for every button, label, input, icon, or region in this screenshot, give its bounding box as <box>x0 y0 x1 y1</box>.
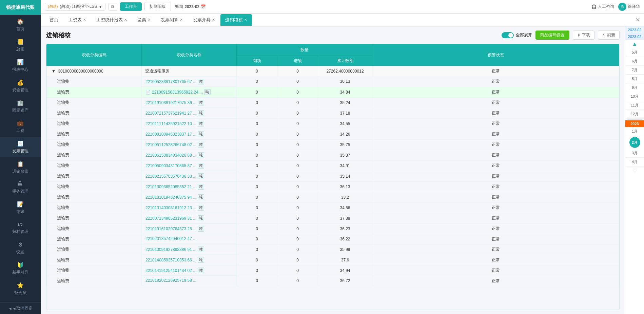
calendar-month-11[interactable]: 11月 <box>625 101 644 110</box>
cell-item-name: 运输费 <box>47 139 142 150</box>
invoice-link[interactable]: 221014191254101434 02 ... <box>145 268 196 273</box>
user-info[interactable]: 徐 徐泽华 <box>618 3 640 11</box>
calendar-year-2022[interactable]: 2023.02 <box>625 26 644 33</box>
sidebar-item-general-ledger[interactable]: 📒 总账 <box>0 35 41 56</box>
cell-leiji: 34.94 <box>318 265 372 276</box>
main-table: 税收分类编码 税收分类名称 数量 预警状态 销项 进项 累计数额 <box>46 44 619 286</box>
calendar-month-7[interactable]: 7月 <box>625 66 644 75</box>
support-link[interactable]: 🎧 人工咨询 <box>591 4 614 9</box>
cell-status: 正常 <box>372 255 619 265</box>
tab-close-icon[interactable]: ✕ <box>180 18 183 22</box>
unit-tag: 吨 <box>198 205 204 211</box>
tab-close-icon[interactable]: ✕ <box>148 18 151 22</box>
invoice-link[interactable]: 221010091927898386 91 ... <box>145 247 196 252</box>
switch-version-button[interactable]: 切到旧版 <box>144 2 171 11</box>
invoice-link[interactable]: 221013093652085352 21 ... <box>145 184 196 189</box>
table-row: ▼ 30100000000000000000 交通运输服务 0 0 27262.… <box>47 66 619 76</box>
invoice-link[interactable]: 221019103619217075 36 ... <box>145 100 196 105</box>
sidebar-item-salary[interactable]: 💼 工资 <box>0 117 41 137</box>
invoice-link[interactable]: 221009150313965922 24 ... <box>152 90 203 95</box>
sidebar-item-settings[interactable]: ⚙ 设置 <box>0 238 41 258</box>
calendar-month-8[interactable]: 8月 <box>625 75 644 83</box>
calendar-year-current[interactable]: 2023 <box>625 120 644 127</box>
tab-close-icon[interactable]: ✕ <box>124 18 127 22</box>
calendar-month-3[interactable]: 3月 <box>625 149 644 158</box>
invoice-link[interactable]: 221019161029764373 25 ... <box>145 227 196 231</box>
calendar-month-9[interactable]: 9月 <box>625 83 644 92</box>
tab-invoice-issue[interactable]: 发票开具 ✕ <box>188 14 220 26</box>
expand-toggle[interactable] <box>502 32 514 38</box>
company-selector[interactable]: (勿动) (勿动) 江西报宝-LSS ▼ <box>45 3 105 11</box>
calendar-up-nav[interactable]: ▲ <box>631 40 639 48</box>
cell-item-name: 运输费 <box>47 118 142 129</box>
invoice-link[interactable]: 221005112528266748 02 ... <box>145 142 196 147</box>
invoice-link[interactable]: 221006150834034026 88 ... <box>145 153 196 158</box>
tab-purchase-sales-check-label: 进销稽核 <box>225 17 243 23</box>
sidebar-item-report-center[interactable]: 📊 报表中心 <box>0 56 41 76</box>
unpin-icon: ◄◄ <box>8 306 16 311</box>
tab-home[interactable]: 首页 <box>45 14 63 26</box>
calendar-month-2-active[interactable]: 2月 <box>629 137 640 148</box>
invoice-link[interactable]: 221013140308161912 23 ... <box>145 205 196 210</box>
workspace-button[interactable]: 工作台 <box>120 2 142 11</box>
col-leiji-header: 累计数额 <box>318 56 372 66</box>
sidebar-item-purchase-sales[interactable]: 📋 进销台账 <box>0 157 41 178</box>
invoice-link[interactable]: 221011111435921522 10 ... <box>145 121 196 126</box>
copy-button[interactable]: ⧉ <box>108 3 117 11</box>
sidebar-item-vip[interactable]: ⭐ 畅会员 <box>0 279 41 299</box>
invoice-link[interactable]: 221018202126925719 58 ... <box>145 278 196 283</box>
invoice-link[interactable]: 221005233817801765 67 ... <box>145 79 196 84</box>
company-tag: (勿动) <box>48 4 58 9</box>
invoice-link[interactable]: 221005090343170865 87 ... <box>145 163 196 168</box>
table-row: 运输费 221005112528266748 02 ... 吨 0 0 35.7… <box>47 139 619 150</box>
calendar-icon[interactable]: 📅 <box>201 4 206 9</box>
cell-leiji: 36.72 <box>318 276 372 286</box>
calendar-month-4[interactable]: 4月 <box>625 158 644 166</box>
invoice-link[interactable]: 221020135742940012 47 ... <box>145 236 196 241</box>
cell-status: 正常 <box>372 118 619 129</box>
calendar-month-12[interactable]: 12月 <box>625 110 644 119</box>
tab-invoice-calc[interactable]: 发票测算 ✕ <box>156 14 188 26</box>
main-area: (勿动) (勿动) 江西报宝-LSS ▼ ⧉ 工作台 切到旧版 账期 2023-… <box>41 0 644 314</box>
cell-jin: 0 <box>277 139 318 150</box>
unit-tag: 吨 <box>198 247 204 252</box>
tab-invoice[interactable]: 发票 ✕ <box>133 14 155 26</box>
calendar-month-5[interactable]: 5月 <box>625 48 644 57</box>
invoice-link[interactable]: 221008100945323037 17 ... <box>145 132 196 137</box>
invoice-link[interactable]: 221002155703576436 33 ... <box>145 174 196 179</box>
cell-name: 交通运输服务 <box>142 66 237 76</box>
app-logo: 畅捷通易代账 <box>0 0 41 15</box>
sidebar-item-settlement[interactable]: 📝 结账 <box>0 198 41 218</box>
tab-purchase-sales-check[interactable]: 进销稽核 ✕ <box>220 14 252 26</box>
sidebar-item-fixed-assets[interactable]: 🏢 固定资产 <box>0 96 41 117</box>
tab-salary-table[interactable]: 工资表 ✕ <box>64 14 91 26</box>
sidebar-item-archive[interactable]: 🗂 归档管理 <box>0 218 41 238</box>
cell-invoice: 221018202126925719 58 ... <box>142 276 236 285</box>
refresh-button[interactable]: ↻ 刷新 <box>598 31 620 40</box>
unit-tag: 吨 <box>198 79 204 84</box>
tab-close-icon[interactable]: ✕ <box>212 18 215 22</box>
unpin-button[interactable]: ◄◄ 取消固定 <box>0 302 41 314</box>
sidebar-item-tax-mgmt[interactable]: 🏛 税务管理 <box>0 178 41 198</box>
tab-salary-stats[interactable]: 工资统计报表 ✕ <box>92 14 132 26</box>
tab-close-icon[interactable]: ✕ <box>83 18 86 22</box>
invoice-link[interactable]: 221014085935710353 66 ... <box>145 258 196 262</box>
invoice-link[interactable]: 221007134905231969 31 ... <box>145 216 196 221</box>
download-button[interactable]: ⬇ 下载 <box>573 31 594 40</box>
close-all-tabs-button[interactable]: ✕ <box>636 17 640 23</box>
calendar-month-6[interactable]: 6月 <box>625 57 644 66</box>
invoice-link[interactable]: 221007215737621941 27 ... <box>145 111 196 116</box>
sidebar-item-guide[interactable]: 🔰 新手引导 <box>0 258 41 279</box>
invoice-link[interactable]: 221013101943240375 94 ... <box>145 195 196 200</box>
expand-icon[interactable]: ▼ <box>52 69 56 74</box>
sidebar-item-home[interactable]: 🏠 首页 <box>0 15 41 35</box>
calendar-month-10[interactable]: 10月 <box>625 92 644 101</box>
calendar-prev-year[interactable]: 2023.02 <box>625 33 644 40</box>
cell-status: 正常 <box>372 234 619 244</box>
cell-item-name: 运输费 <box>47 276 142 286</box>
sidebar-item-funds[interactable]: 💰 资金管理 <box>0 76 41 96</box>
sidebar-item-invoice-mgmt[interactable]: 🧾 发票管理 <box>0 137 41 157</box>
product-code-settings-button[interactable]: 商品编码设置 <box>535 31 569 40</box>
calendar-month-1[interactable]: 1月 <box>625 127 644 136</box>
tab-active-close-icon[interactable]: ✕ <box>244 18 247 22</box>
